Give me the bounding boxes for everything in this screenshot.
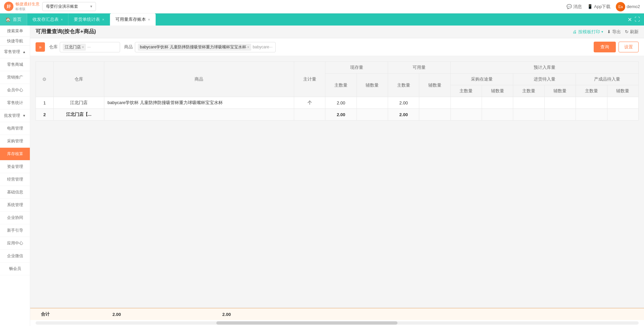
tab-home[interactable]: 🏠 首页	[0, 13, 27, 26]
sidebar-search[interactable]: 搜索菜单	[0, 26, 30, 37]
th-incoming-main: 主数量	[513, 85, 544, 97]
sidebar-item-member2[interactable]: 畅会员	[0, 263, 30, 275]
refresh-action[interactable]: ↻ 刷新	[625, 29, 639, 35]
table-footer-area: 合计 2.00 2.00	[30, 308, 644, 326]
logo-area: 好 畅捷通好生意 标准版	[4, 2, 40, 11]
th-product: 商品	[104, 62, 294, 97]
top-bar-right: 💬 消息 📱 App下载 Ea demo2	[567, 2, 640, 11]
tab-order-stats[interactable]: 要货单统计表 ×	[68, 13, 110, 26]
nav-tabs: 🏠 首页 收发存汇总表 × 要货单统计表 × 可用量库存账本 × ✕ ⛶	[0, 13, 644, 26]
tab-available-inventory-close[interactable]: ×	[148, 17, 150, 21]
sidebar-item-basic-info[interactable]: 基础信息	[0, 186, 30, 199]
row2-incoming-main	[513, 109, 544, 121]
chevron-down-print: ▾	[601, 30, 603, 34]
close-window-icon[interactable]: ✕	[628, 16, 632, 23]
logo-text-area: 畅捷通好生意 标准版	[15, 2, 40, 11]
sidebar-item-member2-label: 畅会员	[9, 266, 21, 272]
row2-available-aux	[419, 109, 450, 121]
warehouse-more[interactable]: ···	[87, 45, 91, 49]
page-actions: 🖨 按模板打印 ▾ ⬇ 导出 ↻ 刷新	[573, 29, 639, 35]
row1-available-aux	[419, 97, 450, 109]
setting-button[interactable]: 设置	[619, 42, 639, 52]
product-tag-babycare: babycare学饮杯 儿童防摔防撞吸管杯重力球吸嘴杯宝宝水杯 ×	[138, 44, 251, 51]
app-icon: 📱	[587, 4, 593, 9]
th-production-main: 主数量	[576, 85, 607, 97]
th-settings[interactable]: ⚙	[36, 62, 54, 97]
tab-order-stats-label: 要货单统计表	[74, 16, 100, 22]
sidebar-item-system[interactable]: 系统管理	[0, 199, 30, 212]
sidebar-item-member[interactable]: 会员中心	[0, 84, 30, 97]
th-unit: 主计量	[294, 62, 325, 97]
sidebar-item-finance-label: 资金管理	[7, 164, 23, 170]
th-production-aux: 辅数量	[607, 85, 639, 97]
page-title: 可用量查询(按仓库+商品)	[36, 28, 96, 35]
sidebar-item-wholesale[interactable]: 批发管理 ▼	[0, 109, 30, 122]
sidebar-quicknav[interactable]: 快捷导航	[0, 37, 30, 46]
product-filter-input[interactable]: babycare学饮杯 儿童防摔防撞吸管杯重力球吸嘴杯宝宝水杯 × babyca…	[135, 42, 276, 52]
row2-purchasing-main	[450, 109, 482, 121]
warehouse-filter-input[interactable]: 江北门店 × ···	[60, 42, 120, 52]
filter-expand-button[interactable]: »	[36, 42, 45, 52]
user-menu[interactable]: Ea demo2	[616, 2, 640, 11]
th-purchasing-main: 主数量	[450, 85, 482, 97]
sidebar-item-enterprise-wechat[interactable]: 企业微信	[0, 250, 30, 263]
app-download-label: App下载	[594, 4, 610, 10]
horizontal-scrollbar[interactable]	[36, 321, 639, 325]
sidebar-item-retail-store-label: 零售商城	[7, 62, 23, 67]
sidebar-item-marketing-label: 营销推广	[7, 75, 23, 80]
query-button[interactable]: 查询	[594, 42, 616, 52]
export-action[interactable]: ⬇ 导出	[607, 29, 621, 35]
sidebar-item-newbie[interactable]: 新手引导	[0, 224, 30, 237]
warehouse-tag-text: 江北门店	[65, 44, 81, 50]
row2-available-main: 2.00	[388, 109, 419, 121]
sidebar-item-member-label: 会员中心	[7, 87, 23, 93]
th-estimated-in-group: 预计入库量	[450, 62, 638, 74]
sidebar-item-inventory[interactable]: 库存核算	[0, 148, 30, 160]
th-incoming-group: 进货待入量	[513, 74, 576, 85]
message-icon: 💬	[567, 4, 572, 9]
th-current-aux: 辅数量	[357, 74, 388, 97]
sidebar-item-ecommerce[interactable]: 电商管理	[0, 122, 30, 135]
sidebar-item-purchase[interactable]: 采购管理	[0, 135, 30, 148]
sidebar-item-enterprise-wechat-label: 企业微信	[7, 253, 23, 259]
product-tag-text: babycare学饮杯 儿童防摔防撞吸管杯重力球吸嘴杯宝宝水杯	[140, 44, 246, 50]
tab-receive-summary-label: 收发存汇总表	[33, 16, 59, 22]
print-label: 按模板打印	[578, 29, 600, 35]
th-available-aux: 辅数量	[419, 74, 450, 97]
app-download-action[interactable]: 📱 App下载	[587, 4, 610, 10]
row2-incoming-aux	[544, 109, 576, 121]
sidebar-item-retail-store[interactable]: 零售商城	[0, 58, 30, 71]
product-more[interactable]: babycare···	[253, 45, 272, 49]
tab-receive-summary-close[interactable]: ×	[61, 17, 63, 21]
print-icon: 🖨	[573, 29, 577, 34]
th-production-group: 产成品待入量	[576, 74, 639, 85]
th-current-main: 主数量	[325, 74, 357, 97]
sidebar-item-retail-stats[interactable]: 零售统计	[0, 97, 30, 109]
warehouse-tag-remove[interactable]: ×	[82, 45, 84, 49]
scrollbar-thumb[interactable]	[216, 321, 397, 325]
tab-available-inventory[interactable]: 可用量库存账本 ×	[110, 13, 156, 26]
tab-receive-summary[interactable]: 收发存汇总表 ×	[27, 13, 68, 26]
chevron-down-icon: ▾	[90, 4, 92, 9]
sidebar-item-operations[interactable]: 经营管理	[0, 173, 30, 186]
sidebar-item-app-center-label: 应用中心	[7, 240, 23, 246]
maximize-icon[interactable]: ⛶	[635, 16, 640, 22]
tab-controls: ✕ ⛶	[624, 16, 644, 23]
sidebar-item-marketing[interactable]: 营销推广	[0, 71, 30, 84]
sidebar-item-finance[interactable]: 资金管理	[0, 160, 30, 173]
message-action[interactable]: 💬 消息	[567, 4, 582, 10]
warehouse-filter-label: 仓库	[49, 44, 58, 50]
row1-index: 1	[36, 97, 54, 109]
logo-sub: 标准版	[15, 7, 40, 11]
avatar: Ea	[616, 2, 625, 11]
sidebar-item-app-center[interactable]: 应用中心	[0, 237, 30, 250]
sidebar-item-retail-mgmt[interactable]: 零售管理 ▲	[0, 46, 30, 58]
print-action[interactable]: 🖨 按模板打印 ▾	[573, 29, 603, 35]
product-tag-remove[interactable]: ×	[247, 45, 249, 49]
top-bar: 好 畅捷通好生意 标准版 母婴行业演示账套 ▾ 💬 消息 📱 App下载 Ea …	[0, 0, 644, 13]
username-label: demo2	[627, 4, 640, 9]
industry-select[interactable]: 母婴行业演示账套 ▾	[42, 2, 96, 11]
sidebar-item-enterprise[interactable]: 企业协同	[0, 212, 30, 224]
th-purchasing-aux: 辅数量	[482, 85, 513, 97]
tab-order-stats-close[interactable]: ×	[102, 17, 104, 21]
